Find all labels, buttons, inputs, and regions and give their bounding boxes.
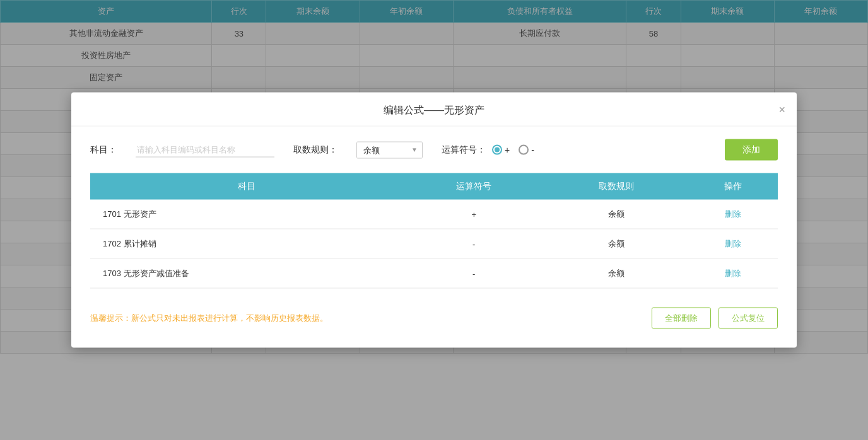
cell-subject: 1701 无形资产 [90,200,402,229]
table-header-row: 科目 运算符号 取数规则 操作 [90,173,778,200]
cell-rule: 余额 [545,229,688,258]
cell-subject: 1702 累计摊销 [90,229,402,258]
cell-operator: + [402,200,545,229]
cell-operator: - [402,229,545,258]
plus-radio-label: + [505,145,510,155]
col-header-subject: 科目 [90,173,402,200]
modal-title: 编辑公式——无形资产 [384,104,484,117]
edit-formula-modal: 编辑公式——无形资产 × 科目： 取数规则： 余额 借方余额 贷方余额 借方发生… [71,93,797,348]
add-button[interactable]: 添加 [725,139,778,161]
minus-radio-label: - [531,145,534,155]
operator-section: 运算符号： + - [442,144,534,156]
cell-action: 删除 [688,229,778,258]
operator-minus-radio[interactable]: - [519,145,534,155]
operator-label: 运算符号： [442,144,486,156]
modal-footer: 温馨提示：新公式只对未出报表进行计算，不影响历史报表数据。 全部删除 公式复位 [71,289,797,329]
operator-radio-group: + - [492,145,534,155]
formula-form-row: 科目： 取数规则： 余额 借方余额 贷方余额 借方发生额 贷方发生额 运算符号：… [71,127,797,173]
col-header-rule: 取数规则 [545,173,688,200]
operator-plus-radio[interactable]: + [492,145,510,155]
delete-all-button[interactable]: 全部删除 [652,308,711,329]
minus-radio-circle[interactable] [519,145,529,155]
rule-select[interactable]: 余额 借方余额 贷方余额 借方发生额 贷方发生额 [356,141,423,158]
delete-row-button[interactable]: 删除 [725,239,741,248]
table-row: 1703 无形资产减值准备-余额删除 [90,258,778,288]
delete-row-button[interactable]: 删除 [725,209,741,219]
data-table-wrapper: 科目 运算符号 取数规则 操作 1701 无形资产+余额删除1702 累计摊销-… [90,173,778,289]
footer-buttons: 全部删除 公式复位 [652,308,778,329]
cell-action: 删除 [688,200,778,229]
cell-action: 删除 [688,258,778,288]
reset-formula-button[interactable]: 公式复位 [718,308,778,329]
col-header-action: 操作 [688,173,778,200]
cell-operator: - [402,258,545,288]
modal-header: 编辑公式——无形资产 × [71,93,797,127]
subject-input[interactable] [136,142,274,158]
delete-row-button[interactable]: 删除 [725,269,741,278]
cell-subject: 1703 无形资产减值准备 [90,258,402,288]
cell-rule: 余额 [545,200,688,229]
plus-radio-circle[interactable] [492,145,502,155]
rule-label: 取数规则： [293,144,337,156]
modal-close-button[interactable]: × [778,103,785,115]
formula-table: 科目 运算符号 取数规则 操作 1701 无形资产+余额删除1702 累计摊销-… [90,173,778,289]
hint-text: 温馨提示：新公式只对未出报表进行计算，不影响历史报表数据。 [90,313,328,324]
table-row: 1702 累计摊销-余额删除 [90,229,778,258]
col-header-operator: 运算符号 [402,173,545,200]
table-row: 1701 无形资产+余额删除 [90,200,778,229]
rule-select-wrapper[interactable]: 余额 借方余额 贷方余额 借方发生额 贷方发生额 [356,141,423,158]
cell-rule: 余额 [545,258,688,288]
subject-label: 科目： [90,144,117,156]
